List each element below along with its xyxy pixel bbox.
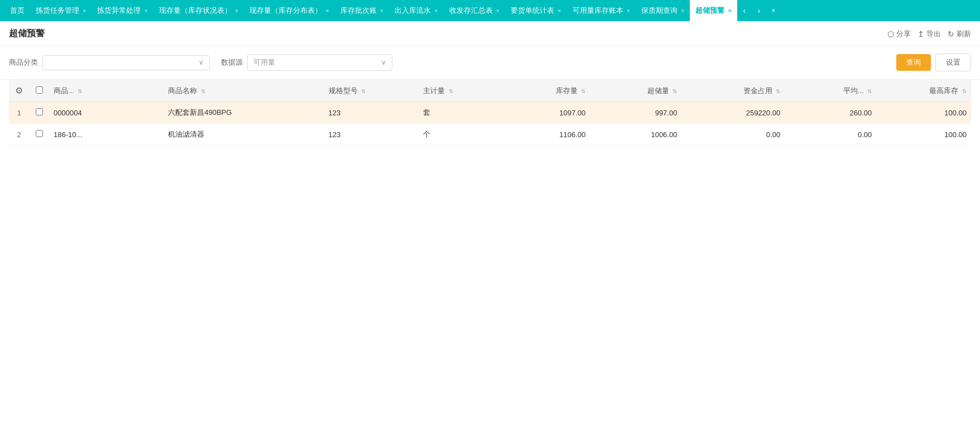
chevron-down-icon: ∨ [381,59,386,66]
th-overstock[interactable]: 超储量 ⇅ [590,80,681,102]
page-title: 超储预警 [9,28,45,40]
close-icon[interactable]: × [235,7,238,14]
share-button[interactable]: ⬡ 分享 [887,29,911,39]
category-label: 商品分类 [9,57,38,67]
row-num: 1 [9,102,29,124]
page-container: 超储预警 ⬡ 分享 ↥ 导出 ↻ 刷新 商品分类 ∨ 数据源 [0,21,980,446]
nav-item-home[interactable]: 首页 [4,0,30,21]
table-row: 2 186-10... 机油滤清器 123 个 1106.00 1006.00 … [9,124,971,146]
nav-item-active[interactable]: 超储预警 × [690,0,737,21]
nav-item-6[interactable]: 出入库流水 × [389,0,443,21]
close-icon[interactable]: × [83,7,86,14]
nav-item-2[interactable]: 拣货异常处理 × [92,0,153,21]
cell-name: 六配套新昌490BPG [164,102,324,124]
sort-icon: ⇅ [201,88,205,94]
settings-button[interactable]: 设置 [935,54,971,71]
datasource-value: 可用量 [253,57,275,67]
cell-capital: 0.00 [681,124,785,146]
cell-capital: 259220.00 [681,102,785,124]
sort-icon: ⇅ [78,88,82,94]
row-num: 2 [9,124,29,146]
close-icon-active[interactable]: × [728,7,731,14]
datasource-select[interactable]: 可用量 ∨ [247,54,392,71]
nav-item-1[interactable]: 拣货任务管理 × [30,0,92,21]
sort-icon: ⇅ [361,88,366,94]
nav-item-5[interactable]: 库存批次账 × [335,0,389,21]
cell-stock: 1097.00 [498,102,590,124]
nav-next-arrow[interactable]: › [752,0,766,21]
cell-avg: 260.00 [785,102,876,124]
nav-item-7[interactable]: 收发存汇总表 × [444,0,505,21]
close-icon[interactable]: × [434,7,438,14]
cell-spec: 123 [324,124,419,146]
nav-bar: 首页 拣货任务管理 × 拣货异常处理 × 现存量（库存状况表） × 现存量（库存… [0,0,980,21]
gear-icon[interactable]: ⚙ [15,86,23,95]
cell-name: 机油滤清器 [164,124,324,146]
filter-datasource: 数据源 可用量 ∨ [221,54,392,71]
th-checkbox [29,80,49,102]
datasource-label: 数据源 [221,57,243,67]
cell-overstock: 997.00 [590,102,681,124]
select-all-checkbox[interactable] [36,86,43,94]
nav-item-10[interactable]: 保质期查询 × [636,0,690,21]
sort-icon: ⇅ [962,88,967,94]
filter-category: 商品分类 ∨ [9,55,210,70]
chevron-down-icon: ∨ [199,59,204,66]
export-button[interactable]: ↥ 导出 [917,29,941,39]
cell-avg: 0.00 [785,124,876,146]
cell-unit: 个 [419,124,498,146]
table-container: ⚙ 商品... ⇅ 商品名称 ⇅ 规格型号 ⇅ [0,80,980,146]
nav-close-arrow[interactable]: × [766,0,781,21]
close-icon[interactable]: × [496,7,499,14]
row-checkbox[interactable] [36,130,43,137]
cell-maxstock: 100.00 [876,124,971,146]
row-checkbox[interactable] [36,108,43,115]
category-value [49,59,51,67]
row-checkbox-cell [29,124,49,146]
refresh-button[interactable]: ↻ 刷新 [948,29,971,39]
sort-icon: ⇅ [449,88,453,94]
th-avg[interactable]: 平均... ⇅ [785,80,876,102]
th-unit[interactable]: 主计量 ⇅ [419,80,498,102]
cell-code: 0000004 [49,102,164,124]
cell-unit: 套 [419,102,498,124]
filter-area: 商品分类 ∨ 数据源 可用量 ∨ 查询 设置 [0,46,980,80]
cell-code: 186-10... [49,124,164,146]
th-name[interactable]: 商品名称 ⇅ [164,80,324,102]
th-maxstock[interactable]: 最高库存 ⇅ [876,80,971,102]
cell-maxstock: 100.00 [876,102,971,124]
refresh-icon: ↻ [948,30,954,38]
table-body: 1 0000004 六配套新昌490BPG 123 套 1097.00 997.… [9,102,971,146]
data-table: ⚙ 商品... ⇅ 商品名称 ⇅ 规格型号 ⇅ [9,80,971,146]
nav-item-3[interactable]: 现存量（库存状况表） × [153,0,244,21]
sort-icon: ⇅ [776,88,780,94]
close-icon[interactable]: × [325,7,329,14]
th-stock[interactable]: 库存量 ⇅ [498,80,590,102]
table-header-row: ⚙ 商品... ⇅ 商品名称 ⇅ 规格型号 ⇅ [9,80,971,102]
th-settings: ⚙ [9,80,29,102]
export-icon: ↥ [917,30,924,38]
page-header: 超储预警 ⬡ 分享 ↥ 导出 ↻ 刷新 [0,21,980,46]
close-icon[interactable]: × [681,7,684,14]
th-code[interactable]: 商品... ⇅ [49,80,164,102]
nav-prev-arrow[interactable]: ‹ [737,0,752,21]
close-icon[interactable]: × [144,7,147,14]
nav-item-4[interactable]: 现存量（库存分布表） × [244,0,334,21]
nav-item-8[interactable]: 要货单统计表 × [505,0,566,21]
share-icon: ⬡ [887,30,894,38]
query-button[interactable]: 查询 [896,54,931,71]
th-spec[interactable]: 规格型号 ⇅ [324,80,419,102]
close-icon[interactable]: × [558,7,561,14]
cell-stock: 1106.00 [498,124,590,146]
table-row: 1 0000004 六配套新昌490BPG 123 套 1097.00 997.… [9,102,971,124]
cell-overstock: 1006.00 [590,124,681,146]
sort-icon: ⇅ [672,88,677,94]
th-capital[interactable]: 资金占用 ⇅ [681,80,785,102]
nav-item-9[interactable]: 可用量库存账本 × [567,0,636,21]
cell-spec: 123 [324,102,419,124]
close-icon[interactable]: × [380,7,383,14]
close-icon[interactable]: × [627,7,630,14]
sort-icon: ⇅ [581,88,585,94]
category-select[interactable]: ∨ [42,55,210,70]
header-actions: ⬡ 分享 ↥ 导出 ↻ 刷新 [887,29,971,39]
